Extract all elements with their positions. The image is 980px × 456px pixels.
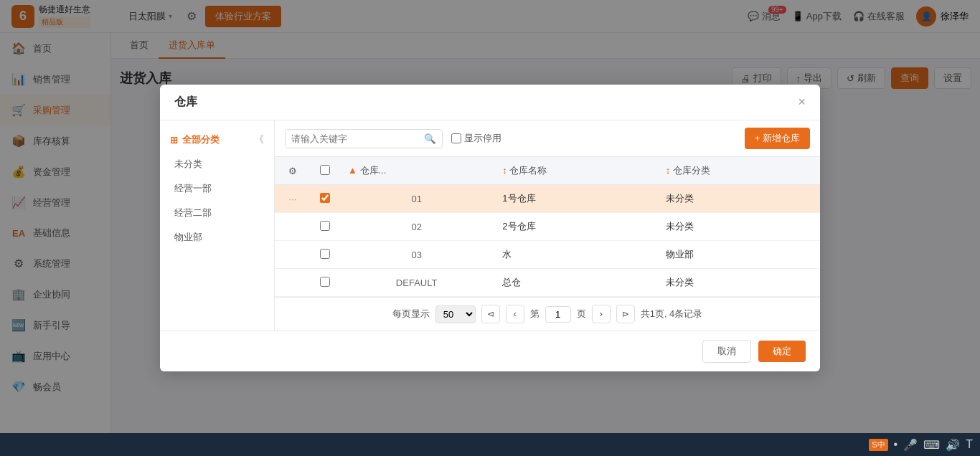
row-category: 物业部 (657, 241, 820, 269)
settings-col-icon: ⚙ (288, 166, 297, 176)
row-category: 未分类 (657, 185, 820, 213)
modal-header: 仓库 × (160, 85, 820, 120)
page-unit-label: 页 (577, 308, 586, 320)
table-row[interactable]: 03 水 物业部 (275, 241, 820, 269)
per-page-select[interactable]: 50 20 100 (435, 305, 476, 323)
row-category: 未分类 (657, 213, 820, 241)
th-code-label: 仓库... (360, 165, 387, 176)
confirm-button[interactable]: 确定 (758, 341, 806, 362)
category-label-dept2: 经营二部 (174, 207, 212, 218)
t-icon[interactable]: T (966, 438, 973, 451)
th-check (311, 157, 339, 185)
category-item-property[interactable]: 物业部 (160, 225, 274, 250)
search-input[interactable] (286, 130, 418, 148)
row-num: DEFAULT (339, 269, 494, 297)
page-next-button[interactable]: › (592, 305, 611, 323)
category-all-label: 全部分类 (182, 133, 220, 146)
sort-icon-cat: ↕ (666, 165, 671, 176)
row-num: 02 (339, 213, 494, 241)
row-actions (275, 213, 311, 241)
keyboard-icon[interactable]: ⌨ (923, 438, 940, 452)
add-warehouse-button[interactable]: + 新增仓库 (745, 128, 810, 149)
table-row[interactable]: 02 2号仓库 未分类 (275, 213, 820, 241)
th-name-label: 仓库名称 (509, 165, 547, 176)
th-settings: ⚙ (275, 157, 311, 185)
search-box: 🔍 (285, 129, 443, 148)
s-icon[interactable]: S中 (869, 439, 887, 451)
row-name: 2号仓库 (494, 213, 656, 241)
row-checkbox-cell (311, 241, 339, 269)
mic-icon[interactable]: 🎤 (903, 438, 918, 452)
category-label-property: 物业部 (174, 232, 202, 242)
row-category: 未分类 (657, 269, 820, 297)
total-info: 共1页, 4条记录 (641, 308, 703, 320)
row-num: 01 (339, 185, 494, 213)
row-actions: ··· (275, 185, 311, 213)
category-panel: ⊞ 全部分类 《 未分类 经营一部 经营二部 物业部 (160, 120, 275, 331)
modal-table: ⚙ ▲ 仓库... ↕ (275, 157, 820, 297)
row-checkbox-cell (311, 269, 339, 297)
row-checkbox[interactable] (320, 193, 330, 203)
modal-body: ⊞ 全部分类 《 未分类 经营一部 经营二部 物业部 (160, 120, 820, 331)
row-checkbox[interactable] (320, 249, 330, 259)
category-item-dept1[interactable]: 经营一部 (160, 176, 274, 201)
category-label-uncategorized: 未分类 (174, 158, 202, 169)
table-row[interactable]: ··· 01 1号仓库 未分类 (275, 185, 820, 213)
category-item-dept2[interactable]: 经营二部 (160, 201, 274, 225)
row-more-icon[interactable]: ··· (289, 194, 297, 204)
row-checkbox[interactable] (320, 221, 330, 231)
row-checkbox[interactable] (320, 277, 330, 287)
search-icon: 🔍 (424, 133, 436, 144)
content-panel: 🔍 显示停用 + 新增仓库 (275, 120, 820, 331)
grid-icon: ⊞ (170, 135, 178, 146)
page-first-button[interactable]: ⊲ (481, 305, 500, 323)
collapse-icon[interactable]: 《 (254, 133, 264, 146)
bottom-bar: S中 • 🎤 ⌨ 🔊 T (0, 433, 980, 456)
content-toolbar: 🔍 显示停用 + 新增仓库 (275, 120, 820, 157)
th-code: ▲ 仓库... (339, 157, 494, 185)
th-category: ↕ 仓库分类 (657, 157, 820, 185)
search-button[interactable]: 🔍 (418, 130, 442, 148)
show-disabled-label: 显示停用 (464, 132, 501, 145)
page-last-button[interactable]: ⊳ (616, 305, 635, 323)
cancel-button[interactable]: 取消 (702, 340, 751, 363)
page-prev-button[interactable]: ‹ (506, 305, 524, 323)
category-all-header[interactable]: ⊞ 全部分类 《 (160, 128, 274, 152)
category-all: ⊞ 全部分类 (170, 133, 220, 146)
show-disabled-toggle: 显示停用 (451, 132, 501, 145)
dot-icon: • (894, 438, 898, 451)
table-header-row: ⚙ ▲ 仓库... ↕ (275, 157, 820, 185)
row-actions (275, 241, 311, 269)
table-row[interactable]: DEFAULT 总仓 未分类 (275, 269, 820, 297)
row-actions (275, 269, 311, 297)
row-name: 总仓 (494, 269, 656, 297)
pagination: 每页显示 50 20 100 ⊲ ‹ 第 页 › ⊳ 共1页, 4条记录 (275, 297, 820, 331)
modal-action-footer: 取消 确定 (160, 331, 820, 371)
select-all-checkbox[interactable] (320, 165, 330, 175)
modal-close-button[interactable]: × (798, 95, 806, 110)
modal-overlay: 仓库 × ⊞ 全部分类 《 未分类 经营一部 (0, 0, 980, 456)
category-label-dept1: 经营一部 (174, 183, 212, 194)
sort-icon-code: ▲ (348, 165, 357, 176)
row-name: 水 (494, 241, 656, 269)
row-name: 1号仓库 (494, 185, 656, 213)
th-category-label: 仓库分类 (673, 165, 710, 176)
th-name: ↕ 仓库名称 (494, 157, 656, 185)
per-page-label: 每页显示 (392, 308, 430, 320)
row-checkbox-cell (311, 213, 339, 241)
modal-title: 仓库 (174, 95, 197, 110)
sort-icon-name: ↕ (502, 165, 507, 176)
warehouse-table: ⚙ ▲ 仓库... ↕ (275, 157, 820, 297)
row-num: 03 (339, 241, 494, 269)
page-number-input[interactable] (545, 306, 571, 323)
show-disabled-checkbox[interactable] (451, 133, 461, 143)
page-prefix-label: 第 (530, 308, 540, 320)
category-item-uncategorized[interactable]: 未分类 (160, 152, 274, 176)
row-checkbox-cell (311, 185, 339, 213)
speaker-icon[interactable]: 🔊 (946, 438, 960, 452)
warehouse-modal: 仓库 × ⊞ 全部分类 《 未分类 经营一部 (160, 85, 820, 371)
